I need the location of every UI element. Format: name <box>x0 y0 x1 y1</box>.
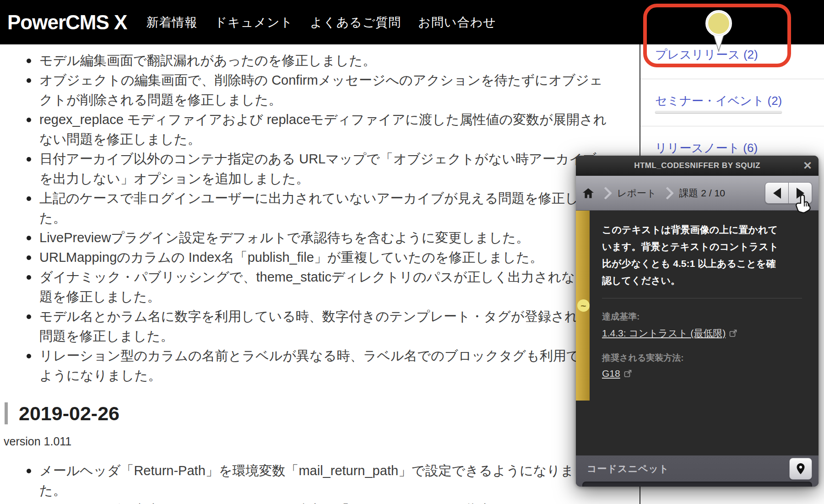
codesniffer-title: HTML_CODESNIFFER BY SQUIZ <box>576 156 819 176</box>
list-item: メールヘッダの文字エンコーディングを環境変数「mail_encording」で指… <box>26 500 609 504</box>
list-item: メールヘッダ「Return-Path」を環境変数「mail_return_pat… <box>26 461 609 500</box>
code-snippet-content[interactable]: <a href="https://powercmsx.jp/event/inde… <box>582 482 812 487</box>
list-item: regex_replace モディファイアおよび replaceモディファイアに… <box>26 110 609 149</box>
success-criteria-link[interactable]: 1.4.3: コントラスト (最低限) <box>602 327 726 340</box>
list-item: 上記のケースで非ログインユーザーに出力されていないアーカイブが見える問題を修正し… <box>26 189 609 228</box>
nav-item-news[interactable]: 新着情報 <box>146 14 197 31</box>
external-link-icon <box>624 369 632 378</box>
code-snippet-section: コードスニペット <a href="https://powercmsx.jp/e… <box>576 455 819 487</box>
list-item: URLMappingのカラムの Index名「publish_file」が重複し… <box>26 248 609 267</box>
site-header: PowerCMS X 新着情報 ドキュメント よくあるご質問 お問い合わせ <box>0 0 824 44</box>
success-criteria-label: 達成基準: <box>602 311 819 323</box>
technique-g18-link[interactable]: G18 <box>602 368 620 379</box>
list-item: モデル編集画面で翻訳漏れがあったのを修正しました。 <box>26 51 609 70</box>
list-item: モデル名とかラム名に数字を利用している時、数字付きのテンプレート・タグが登録され… <box>26 307 609 346</box>
release-notes-list-2: メールヘッダ「Return-Path」を環境変数「mail_return_pat… <box>26 461 612 504</box>
sidebar-item-press-release: プレスリリース (2) <box>640 44 824 79</box>
codesniffer-breadcrumb: レポート 課題 2 / 10 <box>576 176 819 211</box>
list-item: LivePreviewプラグイン設定をデフォルトで承認待ちを含むように変更しまし… <box>26 228 609 248</box>
main-content: モデル編集画面で翻訳漏れがあったのを修正しました。 オブジェクトの編集画面で、削… <box>0 44 640 504</box>
press-release-link[interactable]: プレスリリース (2) <box>655 47 758 67</box>
techniques-label: 推奨される実装方法: <box>602 352 819 364</box>
breadcrumb-issue-count: 課題 2 / 10 <box>679 187 725 200</box>
release-date-heading: 2019-02-26 <box>5 402 640 424</box>
chevron-right-icon <box>599 186 612 199</box>
site-logo[interactable]: PowerCMS X <box>7 11 127 34</box>
seminar-event-link[interactable]: セミナー・イベント (2) <box>655 93 782 113</box>
triangle-right-icon <box>797 188 804 199</box>
sidebar-item-seminar-event: セミナー・イベント (2) <box>640 79 824 126</box>
list-item: オブジェクトの編集画面で、削除時の Confirmメッセージへのアクションを待た… <box>26 70 609 110</box>
version-label: version 1.011 <box>4 435 640 448</box>
previous-issue-button[interactable] <box>765 182 789 204</box>
top-nav: 新着情報 ドキュメント よくあるご質問 お問い合わせ <box>146 14 513 31</box>
list-item: リレーション型のカラムの名前とラベルが異なる時、ラベル名でのブロックタグも利用で… <box>26 346 609 385</box>
external-link-icon <box>729 329 737 337</box>
nav-item-contact[interactable]: お問い合わせ <box>418 14 496 31</box>
warning-badge-icon: ~ <box>577 299 590 312</box>
issue-nav-buttons <box>765 182 812 204</box>
code-snippet-label: コードスニペット <box>587 462 669 475</box>
release-notes-list: モデル編集画面で翻訳漏れがあったのを修正しました。 オブジェクトの編集画面で、削… <box>26 51 612 385</box>
home-icon[interactable] <box>582 188 594 199</box>
triangle-left-icon <box>773 188 781 199</box>
codesniffer-titlebar[interactable]: HTML_CODESNIFFER BY SQUIZ ✕ <box>576 156 819 176</box>
list-item: 日付アーカイブ以外のコンテナ指定のある URLマップで「オブジェクトがない時アー… <box>26 149 609 189</box>
codesniffer-issue-body: ~ このテキストは背景画像の上に置かれています。背景とテキストのコントラスト比が… <box>576 211 819 401</box>
issue-message: このテキストは背景画像の上に置かれています。背景とテキストのコントラスト比が少な… <box>602 221 783 289</box>
next-issue-button[interactable] <box>789 182 812 204</box>
codesniffer-panel: HTML_CODESNIFFER BY SQUIZ ✕ レポート 課題 2 / … <box>576 156 819 487</box>
nav-item-documents[interactable]: ドキュメント <box>214 14 293 31</box>
chevron-right-icon <box>661 186 674 199</box>
location-pin-icon <box>795 463 806 475</box>
close-icon[interactable]: ✕ <box>803 156 812 176</box>
breadcrumb-report[interactable]: レポート <box>617 187 656 200</box>
point-to-element-button[interactable] <box>789 458 812 480</box>
divider <box>602 298 802 298</box>
list-item: ダイナミック・パブリッシングで、theme_staticディレクトリのパスが正し… <box>26 267 609 307</box>
nav-item-faq[interactable]: よくあるご質問 <box>310 14 401 31</box>
